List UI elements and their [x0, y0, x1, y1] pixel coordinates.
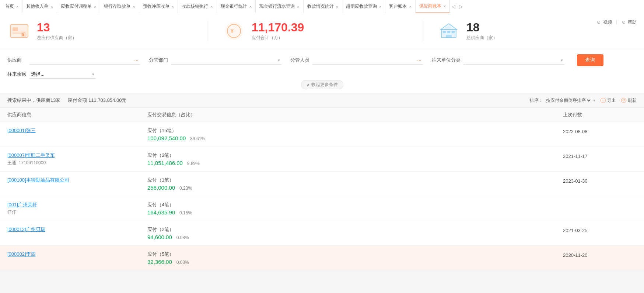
table-row: [000002]李四 应付（5笔） 32,366.00 0.03% 2020-1…	[0, 246, 644, 270]
supplier-link[interactable]: [001]广州荣轩	[7, 202, 37, 207]
payable-amount[interactable]: 32,366.00	[147, 259, 172, 265]
payable-amount[interactable]: 11,051,486.00	[147, 160, 183, 166]
svg-rect-1	[13, 27, 18, 31]
summary-left: 搜索结果中，供应商13家 应付金额 111,703,854.00元	[7, 97, 126, 104]
lastpay-date: 2022-08-08	[563, 127, 637, 134]
nav-tab-ap-adjust[interactable]: 应收应付调整单 ×	[57, 0, 100, 13]
stat-total-payable-content: 11,170.39 应付合计（万）	[252, 21, 304, 41]
nav-tab-supplier-close[interactable]: ×	[444, 4, 446, 8]
payable-pct: 89.61%	[190, 136, 205, 141]
filter-bar: 供应商 ··· 分管部门 ▾ 分管人员 ···	[0, 49, 644, 93]
nav-tab-receipt-verify[interactable]: 收款核销执行 ×	[178, 0, 217, 13]
filter-person: 分管人员 ···	[290, 56, 423, 65]
refresh-button[interactable]: ↺ 刷新	[621, 97, 637, 104]
lastpay-date: 2023-01-30	[563, 177, 637, 184]
nav-tab-home-close[interactable]: ×	[16, 4, 18, 9]
nav-tab-other-income[interactable]: 其他收入单 ×	[22, 0, 57, 13]
lastpay-col	[563, 201, 637, 203]
nav-tab-bank-deposit[interactable]: 银行存取款单 ×	[100, 0, 139, 13]
dept-filter-label: 分管部门	[149, 57, 168, 63]
nav-tab-cash-bank-stat-close[interactable]: ×	[249, 4, 252, 9]
total-suppliers-number: 18	[466, 21, 497, 34]
nav-tab-other-income-close[interactable]: ×	[50, 4, 53, 9]
nav-tab-customer-label: 客户账本	[389, 3, 407, 10]
nav-tab-cash-bank-flow[interactable]: 现金银行流水查询 ×	[256, 0, 303, 13]
nav-tab-prepay[interactable]: 预收冲应收单 ×	[139, 0, 178, 13]
supplier-link[interactable]: [000001]张三	[7, 128, 36, 133]
supplier-name: [001]广州荣轩	[7, 201, 147, 208]
payable-pct: 0.15%	[179, 210, 192, 216]
export-label: 导出	[607, 97, 616, 104]
nav-tab-receipt-verify-close[interactable]: ×	[210, 4, 213, 9]
person-input-wrap: ···	[312, 56, 423, 65]
payable-amount[interactable]: 94,600.00	[147, 234, 172, 240]
payable-amount[interactable]: 100,092,540.00	[147, 135, 186, 141]
ap-suppliers-number: 13	[37, 21, 77, 34]
payable-row: 258,000.00 0.23%	[147, 185, 563, 191]
video-link[interactable]: ⊙ 视频	[597, 19, 612, 25]
nav-tab-home[interactable]: 首页 ×	[1, 0, 22, 13]
payable-row: 32,366.00 0.03%	[147, 259, 563, 265]
table-row: [000007]恒旺二手叉车 王通 17106110000 应付（2笔） 11,…	[0, 147, 644, 172]
nav-tab-overdue[interactable]: 超期应收款查询 ×	[342, 0, 385, 13]
nav-tab-overdue-close[interactable]: ×	[379, 4, 381, 9]
help-link[interactable]: ⊙ 帮助	[622, 19, 637, 25]
svg-point-6	[225, 22, 243, 40]
person-input[interactable]	[312, 56, 423, 65]
supplier-link[interactable]: [000100]本特勤油品有限公司	[7, 177, 69, 183]
supplier-link[interactable]: [000002]李四	[7, 251, 36, 257]
lastpay-date: 2020-11-20	[563, 251, 637, 258]
nav-tab-cash-bank-flow-close[interactable]: ×	[297, 4, 299, 9]
dept-select[interactable]	[171, 56, 281, 65]
svg-rect-11	[447, 31, 450, 33]
nav-tab-supplier[interactable]: 供应商账本 ×	[416, 0, 450, 13]
stat-divider-2	[422, 20, 422, 42]
top-navigation: 首页 × 其他收入单 × 应收应付调整单 × 银行存取款单 × 预收冲应收单 ×…	[0, 0, 644, 13]
payable-pct: 0.08%	[176, 235, 189, 240]
supplier-link[interactable]: [000012]广州贝瑞	[7, 227, 45, 232]
nav-tab-bank-deposit-close[interactable]: ×	[133, 4, 135, 9]
nav-tab-ap-adjust-close[interactable]: ×	[94, 4, 96, 9]
supplier-name: [000007]恒旺二手叉车	[7, 152, 147, 159]
payable-col: 应付（1笔） 258,000.00 0.23%	[147, 177, 563, 191]
nav-tab-receipt-stat-close[interactable]: ×	[336, 4, 338, 9]
sort-select[interactable]: 按应付余额倒序排序	[545, 97, 592, 103]
svg-text:¥: ¥	[231, 28, 234, 34]
refresh-label: 刷新	[628, 97, 637, 104]
supplier-link[interactable]: [000007]恒旺二手叉车	[7, 152, 55, 158]
svg-rect-13	[446, 35, 452, 38]
payable-amount[interactable]: 164,635.90	[147, 209, 175, 216]
collapse-button[interactable]: ∧ 收起更多条件	[301, 80, 343, 89]
query-button[interactable]: 查询	[577, 54, 603, 66]
supplier-info-col: [001]广州荣轩 仔仔	[7, 201, 147, 216]
nav-tab-prepay-close[interactable]: ×	[172, 4, 174, 9]
collapse-arrow-icon: ∧	[307, 82, 310, 87]
export-button[interactable]: ○ 导出	[601, 97, 616, 104]
nav-tab-customer[interactable]: 客户账本 ×	[385, 0, 415, 13]
lastpay-col: 2022-08-08	[563, 127, 637, 134]
payable-row: 11,051,486.00 9.89%	[147, 160, 563, 166]
nav-arrow-left[interactable]: ◁	[450, 0, 457, 13]
nav-tab-customer-close[interactable]: ×	[409, 4, 411, 9]
payable-label: 应付（4笔）	[147, 201, 563, 208]
sort-wrap: 排序： 按应付余额倒序排序 ▾	[530, 97, 595, 104]
payable-pct: 0.23%	[179, 186, 192, 191]
payable-amount[interactable]: 258,000.00	[147, 185, 175, 191]
person-dots-icon[interactable]: ···	[417, 57, 421, 63]
unit-class-select[interactable]	[463, 56, 564, 65]
supplier-info-col: [000001]张三	[7, 127, 147, 134]
supplier-info-col: [000002]李四	[7, 251, 147, 258]
payable-row: 100,092,540.00 89.61%	[147, 135, 563, 141]
supplier-input[interactable]	[29, 56, 140, 65]
nav-tab-receipt-stat[interactable]: 收款情况统计 ×	[304, 0, 342, 13]
supplier-dots-icon[interactable]: ···	[134, 57, 139, 63]
nav-tab-cash-bank-flow-label: 现金银行流水查询	[259, 3, 295, 10]
supplier-filter-label: 供应商	[7, 57, 27, 63]
lastpay-col: 2021-03-25	[563, 226, 637, 233]
balance-select[interactable]: 选择...	[29, 70, 96, 79]
stats-bar: ¥ 13 总应付供应商（家） ¥ 11,170.39 应付合计（万）	[0, 13, 644, 49]
export-icon: ○	[601, 98, 606, 103]
nav-arrow-right[interactable]: ▷	[457, 0, 465, 13]
svg-rect-10	[443, 31, 446, 33]
nav-tab-cash-bank-stat[interactable]: 现金银行统计 ×	[217, 0, 256, 13]
